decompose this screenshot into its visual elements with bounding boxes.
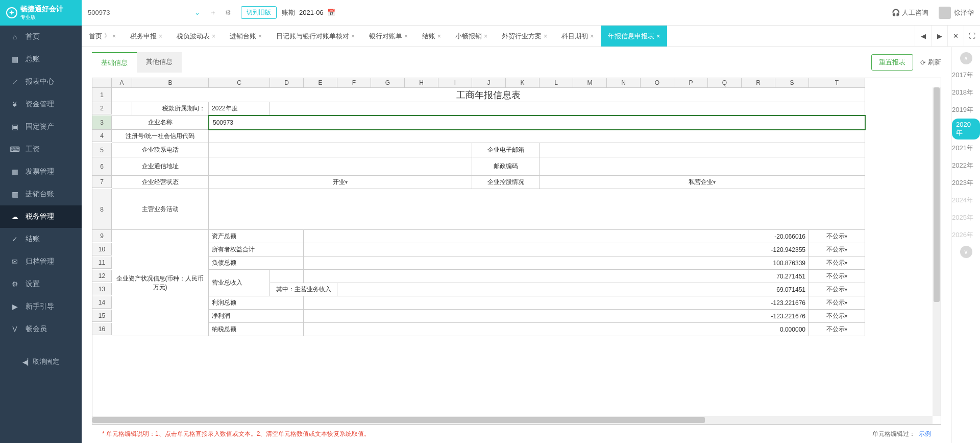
add-icon[interactable]: ＋ — [205, 5, 220, 20]
tab-close-icon[interactable]: × — [159, 33, 162, 40]
tab-close-icon[interactable]: × — [351, 33, 355, 40]
row-header-5[interactable]: 5 — [92, 143, 112, 157]
value-13[interactable]: 69.071451 — [337, 283, 809, 296]
switch-old-version-button[interactable]: 切到旧版 — [241, 6, 277, 19]
tab-0[interactable]: 首页》× — [82, 26, 123, 46]
cell-rest-2[interactable] — [270, 102, 865, 115]
input-address[interactable] — [209, 157, 472, 176]
year-2019年[interactable]: 2019年 — [952, 101, 980, 119]
tab-close-all[interactable]: ✕ — [947, 26, 964, 47]
subtab-basic[interactable]: 基础信息 — [92, 52, 137, 73]
pub-11[interactable]: 不公示 — [809, 257, 865, 270]
tab-4[interactable]: 日记账与银行对账单核对× — [269, 26, 362, 46]
company-selector[interactable]: 500973 ⌄ — [88, 9, 205, 16]
unpin-sidebar[interactable]: ◀▏ 取消固定 — [0, 351, 82, 373]
row-header-7[interactable]: 7 — [92, 176, 112, 188]
tab-close-icon[interactable]: × — [437, 33, 441, 40]
col-header-F[interactable]: F — [337, 78, 371, 88]
year-scroll-down[interactable]: ∨ — [960, 246, 972, 258]
row-header-3[interactable]: 3 — [92, 115, 112, 130]
nav-item-1[interactable]: ▤总账 — [0, 48, 82, 71]
tab-close-icon[interactable]: × — [112, 33, 116, 40]
input-email[interactable] — [540, 143, 865, 157]
col-header-P[interactable]: P — [674, 78, 708, 88]
year-2023年[interactable]: 2023年 — [952, 174, 980, 192]
tab-2[interactable]: 税负波动表× — [169, 26, 223, 46]
footer-example-link[interactable]: 示例 — [919, 430, 931, 437]
calendar-icon[interactable]: 📅 — [324, 5, 339, 20]
pub-13[interactable]: 不公示 — [809, 283, 865, 296]
col-header-H[interactable]: H — [405, 78, 438, 88]
row-header-6[interactable]: 6 — [92, 157, 112, 176]
nav-item-3[interactable]: ¥资金管理 — [0, 93, 82, 115]
tab-3[interactable]: 进销台账× — [223, 26, 269, 46]
spreadsheet[interactable]: ABCDEFGHIJKLMNOPQRST1工商年报信息表2税款所属期间：2022… — [92, 78, 941, 425]
period-value[interactable]: 2021-06 — [299, 9, 324, 16]
col-header-R[interactable]: R — [742, 78, 775, 88]
col-header-K[interactable]: K — [506, 78, 540, 88]
input-main-biz[interactable] — [209, 189, 865, 230]
fullscreen-icon[interactable]: ⛶ — [964, 26, 980, 47]
input-company-name[interactable]: 500973 — [209, 115, 865, 130]
gear-icon[interactable]: ⚙ — [220, 5, 236, 20]
pub-10[interactable]: 不公示 — [809, 243, 865, 257]
row-header-11[interactable]: 11 — [92, 257, 112, 269]
year-2020年[interactable]: 2020年 — [952, 119, 980, 139]
refresh-button[interactable]: ⟳ 刷新 — [920, 58, 941, 67]
input-phone[interactable] — [209, 143, 472, 157]
tab-close-icon[interactable]: × — [544, 33, 547, 40]
row-header-10[interactable]: 10 — [92, 243, 112, 255]
year-2017年[interactable]: 2017年 — [952, 66, 980, 84]
reset-report-button[interactable]: 重置报表 — [871, 54, 913, 71]
select-holding[interactable]: 私营企业 — [540, 176, 865, 189]
col-header-N[interactable]: N — [607, 78, 641, 88]
pub-14[interactable]: 不公示 — [809, 296, 865, 310]
tab-9[interactable]: 科目期初× — [554, 26, 601, 46]
tab-1[interactable]: 税务申报× — [123, 26, 169, 46]
nav-item-7[interactable]: ▥进销台账 — [0, 183, 82, 205]
row-header-14[interactable]: 14 — [92, 296, 112, 309]
col-header-C[interactable]: C — [209, 78, 270, 88]
nav-item-5[interactable]: ⌨工资 — [0, 138, 82, 160]
consult-button[interactable]: 🎧 人工咨询 — [892, 8, 928, 17]
vertical-scrollbar[interactable] — [933, 87, 941, 416]
nav-item-0[interactable]: ⌂首页 — [0, 26, 82, 48]
tab-scroll-right[interactable]: ▶ — [931, 26, 947, 47]
row-header-12[interactable]: 12 — [92, 270, 112, 282]
nav-item-12[interactable]: ▶新手引导 — [0, 295, 82, 318]
cell-a2[interactable] — [112, 102, 132, 115]
col-header-I[interactable]: I — [438, 78, 472, 88]
horizontal-scrollbar[interactable] — [92, 416, 933, 424]
subtab-other[interactable]: 其他信息 — [137, 52, 182, 73]
user-menu[interactable]: 徐泽华 — [939, 7, 974, 19]
year-scroll-up[interactable]: ∧ — [960, 52, 972, 64]
cell-d-12[interactable] — [270, 270, 304, 283]
input-postcode[interactable] — [540, 157, 865, 176]
year-2018年[interactable]: 2018年 — [952, 84, 980, 101]
value-10[interactable]: -120.942355 — [304, 243, 809, 257]
value-11[interactable]: 100.876339 — [304, 257, 809, 270]
tab-10[interactable]: 年报信息申报表× — [601, 26, 667, 46]
tab-close-icon[interactable]: × — [656, 33, 660, 40]
col-header-Q[interactable]: Q — [708, 78, 742, 88]
col-header-E[interactable]: E — [304, 78, 337, 88]
col-header-A[interactable]: A — [112, 78, 132, 88]
col-header-B[interactable]: B — [132, 78, 209, 88]
value-9[interactable]: -20.066016 — [304, 230, 809, 243]
nav-item-6[interactable]: ▦发票管理 — [0, 160, 82, 183]
row-header-9[interactable]: 9 — [92, 230, 112, 242]
nav-item-9[interactable]: ✓结账 — [0, 228, 82, 250]
pub-12[interactable]: 不公示 — [809, 270, 865, 283]
nav-item-13[interactable]: V畅会员 — [0, 318, 82, 340]
col-header-M[interactable]: M — [573, 78, 607, 88]
col-header-J[interactable]: J — [472, 78, 506, 88]
nav-item-11[interactable]: ⚙设置 — [0, 273, 82, 295]
tab-close-icon[interactable]: × — [404, 33, 408, 40]
nav-item-4[interactable]: ▣固定资产 — [0, 115, 82, 138]
pub-16[interactable]: 不公示 — [809, 323, 865, 336]
col-header-O[interactable]: O — [641, 78, 674, 88]
row-header-4[interactable]: 4 — [92, 130, 112, 142]
tab-close-icon[interactable]: × — [258, 33, 262, 40]
col-header-D[interactable]: D — [270, 78, 304, 88]
tab-6[interactable]: 结账× — [415, 26, 448, 46]
